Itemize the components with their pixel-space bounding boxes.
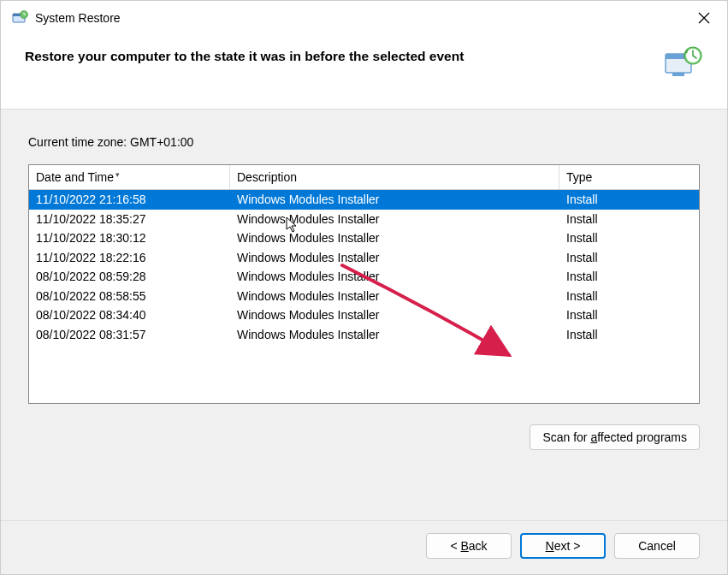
cell-date: 11/10/2022 18:30:12 [29, 230, 230, 246]
table-row[interactable]: 11/10/2022 18:22:16Windows Modules Insta… [29, 248, 699, 268]
cell-description: Windows Modules Installer [230, 250, 559, 265]
table-row[interactable]: 08/10/2022 08:34:40Windows Modules Insta… [29, 305, 699, 325]
system-restore-window: System Restore Restore your computer to … [0, 0, 728, 575]
content-area: Current time zone: GMT+01:00 Date and Ti… [1, 110, 727, 520]
cell-date: 11/10/2022 18:35:27 [29, 211, 230, 227]
cell-date: 08/10/2022 08:58:55 [29, 288, 230, 304]
page-heading: Restore your computer to the state it wa… [25, 44, 464, 64]
titlebar: System Restore [1, 1, 727, 35]
column-header-description-label: Description [237, 170, 297, 184]
sort-down-icon: ▾ [115, 170, 120, 179]
column-header-date-label: Date and Time [36, 170, 114, 184]
column-header-type-label: Type [566, 170, 592, 184]
table-header: Date and Time▾ Description Type [29, 165, 699, 190]
scan-affected-programs-button[interactable]: Scan for affected programs [530, 424, 700, 450]
cell-type: Install [559, 250, 692, 265]
column-header-description[interactable]: Description [230, 165, 559, 189]
header-section: Restore your computer to the state it wa… [1, 35, 727, 110]
table-row[interactable]: 08/10/2022 08:31:57Windows Modules Insta… [29, 325, 699, 345]
cell-type: Install [559, 327, 692, 342]
system-restore-icon [662, 44, 703, 85]
table-row[interactable]: 08/10/2022 08:58:55Windows Modules Insta… [29, 287, 699, 306]
cell-description: Windows Modules Installer [230, 288, 559, 304]
table-row[interactable]: 11/10/2022 21:16:58Windows Modules Insta… [29, 190, 699, 210]
close-button[interactable] [691, 5, 717, 31]
cell-type: Install [559, 307, 692, 323]
next-button[interactable]: Next > [520, 533, 606, 559]
svg-rect-5 [672, 73, 684, 76]
cell-type: Install [559, 230, 692, 246]
cell-description: Windows Modules Installer [230, 327, 559, 342]
cell-description: Windows Modules Installer [230, 230, 559, 246]
cell-description: Windows Modules Installer [230, 307, 559, 323]
cell-type: Install [559, 269, 692, 284]
table-row[interactable]: 11/10/2022 18:30:12Windows Modules Insta… [29, 228, 699, 248]
cell-type: Install [559, 211, 692, 227]
column-header-type[interactable]: Type [559, 165, 692, 189]
cell-date: 08/10/2022 08:34:40 [29, 307, 230, 323]
cell-date: 11/10/2022 18:22:16 [29, 250, 230, 265]
back-button[interactable]: < Back [426, 533, 512, 559]
cell-type: Install [559, 192, 692, 207]
cancel-button[interactable]: Cancel [614, 533, 700, 559]
cell-type: Install [559, 288, 692, 304]
cell-description: Windows Modules Installer [230, 269, 559, 284]
table-row[interactable]: 11/10/2022 18:35:27Windows Modules Insta… [29, 210, 699, 229]
window-title: System Restore [35, 11, 691, 25]
cell-description: Windows Modules Installer [230, 211, 559, 227]
cell-date: 11/10/2022 21:16:58 [29, 192, 230, 207]
timezone-label: Current time zone: GMT+01:00 [28, 135, 700, 149]
wizard-footer: < Back Next > Cancel [1, 520, 727, 574]
table-body: 11/10/2022 21:16:58Windows Modules Insta… [29, 190, 699, 403]
system-restore-title-icon [11, 9, 28, 27]
scan-button-row: Scan for affected programs [28, 424, 700, 450]
column-header-date[interactable]: Date and Time▾ [29, 165, 230, 189]
cell-date: 08/10/2022 08:31:57 [29, 327, 230, 342]
table-row[interactable]: 08/10/2022 08:59:28Windows Modules Insta… [29, 267, 699, 287]
cell-description: Windows Modules Installer [230, 192, 559, 207]
restore-points-table: Date and Time▾ Description Type 11/10/20… [28, 164, 700, 404]
cell-date: 08/10/2022 08:59:28 [29, 269, 230, 284]
